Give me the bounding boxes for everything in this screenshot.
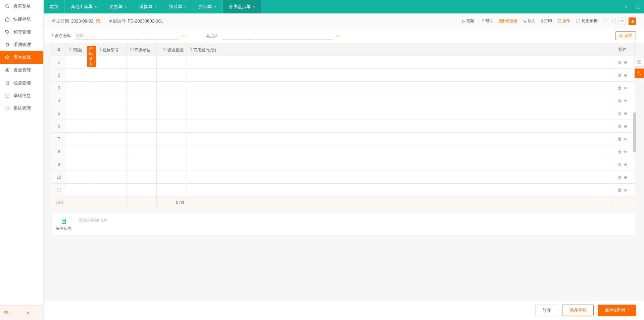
close-icon[interactable]: × [125, 4, 127, 9]
warehouse-input[interactable] [75, 32, 179, 40]
col-qty[interactable]: ▲▼*盘点数量 [157, 43, 187, 56]
card-view-button[interactable] [629, 17, 636, 25]
tab-label: 其他出库单 [71, 4, 93, 10]
sort-icon: ▲▼ [190, 46, 193, 52]
tab-disassemble[interactable]: 拆卸单× [193, 0, 223, 13]
prev-doc-button[interactable]: ‹ [603, 18, 609, 24]
close-icon[interactable]: × [184, 4, 187, 9]
sidebar-item-purchase[interactable]: 采购管理 [0, 38, 43, 51]
add-row-icon[interactable]: ⊕ [624, 175, 627, 180]
calendar-icon[interactable] [96, 19, 100, 24]
video-button[interactable]: ▷视频 [460, 17, 476, 25]
sidebar-item-system[interactable]: 系统管理 [0, 102, 43, 115]
col-avail[interactable]: ▲▼可用量(包装) [187, 43, 609, 56]
table-row[interactable]: 6🗑⊕ [52, 120, 636, 133]
sidebar-item-inventory[interactable]: 库存核算 [0, 51, 43, 64]
sidebar-collapse-icon[interactable] [26, 311, 39, 315]
add-row-icon[interactable]: ⊕ [624, 124, 627, 129]
delete-row-icon[interactable]: 🗑 [618, 98, 622, 103]
add-row-icon[interactable]: ⊕ [624, 137, 627, 141]
close-icon[interactable]: × [154, 4, 157, 9]
add-row-icon[interactable]: ⊕ [624, 86, 627, 90]
table-row[interactable]: 5🗑⊕ [52, 107, 636, 120]
svg-point-11 [7, 108, 8, 109]
tab-transfer[interactable]: 调拨单× [133, 0, 163, 13]
row-index: 11 [52, 184, 66, 196]
sidebar: 搜索菜单 快捷导航 销售管理 采购管理 库存核算 资金管理 经营管理 基础信息 … [0, 0, 44, 320]
add-row-icon[interactable]: ⊕ [624, 162, 627, 167]
table-wrap: ⚙ ▲▼*商品扫码录入 ▲▼规格型号 ▲▼*库存单位 ▲▼*盘点数量 ▲▼可用量… [52, 43, 636, 209]
delete-row-icon[interactable]: 🗑 [618, 137, 622, 141]
more-icon[interactable]: ··· [182, 34, 186, 38]
operate-button[interactable]: ☷操作 [555, 17, 572, 25]
settings-button[interactable]: ⚙设置 [615, 31, 636, 40]
table-row[interactable]: 1🗑⊕ [52, 56, 636, 69]
tab-label: 首页 [50, 4, 58, 10]
tab-label: 组装单 [169, 4, 182, 10]
discard-button[interactable]: 放弃 [535, 305, 558, 316]
table-row[interactable]: 8🗑⊕ [52, 145, 636, 158]
save-new-button[interactable]: 保存&新增˄ [598, 305, 636, 316]
table-row[interactable]: 9🗑⊕ [52, 158, 636, 171]
table-row[interactable]: 10🗑⊕ [52, 171, 636, 184]
shortcut-button[interactable]: ⌨快捷键 [497, 17, 519, 25]
row-index: 7 [52, 133, 66, 145]
col-unit[interactable]: ▲▼*库存单位 [127, 43, 157, 56]
add-row-icon[interactable]: ⊕ [624, 149, 627, 154]
sidebar-item-quicknav[interactable]: 快捷导航 [0, 13, 43, 26]
sidebar-item-finance[interactable]: 资金管理 [0, 64, 43, 77]
delete-row-icon[interactable]: 🗑 [618, 86, 622, 90]
side-widget-expand[interactable] [635, 68, 644, 78]
delete-row-icon[interactable]: 🗑 [618, 111, 622, 116]
list-view-button[interactable] [618, 17, 626, 25]
delete-row-icon[interactable]: 🗑 [618, 188, 622, 192]
more-icon[interactable]: ··· [336, 34, 340, 38]
col-name[interactable]: ▲▼*商品扫码录入 [66, 43, 96, 56]
delete-row-icon[interactable]: 🗑 [618, 60, 622, 65]
tab-request[interactable]: 要货单× [103, 0, 133, 13]
save-draft-button[interactable]: 保存草稿 [562, 305, 594, 316]
history-button[interactable]: 🕘历史单据 [574, 17, 600, 25]
add-row-icon[interactable]: ⊕ [624, 60, 627, 65]
date-value[interactable]: 2023-06-02 [71, 18, 94, 24]
fullscreen-button[interactable] [632, 0, 644, 13]
col-gear[interactable]: ⚙ [52, 43, 66, 56]
person-input[interactable] [222, 32, 333, 40]
delete-row-icon[interactable]: 🗑 [618, 149, 622, 154]
close-all-tabs-button[interactable]: × [620, 0, 632, 13]
tab-assemble[interactable]: 组装单× [163, 0, 193, 13]
print-button[interactable]: ⎙打印 [539, 17, 554, 25]
tab-inventory-count[interactable]: 分量盘点单× [223, 0, 261, 13]
scan-input-button[interactable]: 扫码录入 [87, 46, 96, 67]
add-row-icon[interactable]: ⊕ [624, 98, 627, 103]
col-spec[interactable]: ▲▼规格型号 [96, 43, 127, 56]
sidebar-item-basic[interactable]: 基础信息 [0, 89, 43, 102]
next-doc-button[interactable]: › [610, 18, 616, 24]
import-button[interactable]: ↘导入 [521, 17, 537, 25]
tab-home[interactable]: 首页 [44, 0, 65, 13]
sidebar-item-search[interactable]: 搜索菜单 [0, 0, 43, 13]
sidebar-item-business[interactable]: 经营管理 [0, 77, 43, 89]
close-icon[interactable]: × [214, 4, 216, 9]
add-row-icon[interactable]: ⊕ [624, 188, 627, 192]
close-icon[interactable]: × [95, 4, 97, 9]
add-row-icon[interactable]: ⊕ [624, 73, 627, 78]
delete-row-icon[interactable]: 🗑 [618, 175, 622, 180]
sidebar-item-label: 搜索菜单 [13, 3, 31, 9]
delete-row-icon[interactable]: 🗑 [618, 162, 622, 167]
table-row[interactable]: 2🗑⊕ [52, 69, 636, 82]
add-row-icon[interactable]: ⊕ [624, 111, 627, 116]
close-icon[interactable]: × [253, 4, 255, 9]
table-row[interactable]: 3🗑⊕ [52, 82, 636, 94]
table-row[interactable]: 4🗑⊕ [52, 94, 636, 107]
table-row[interactable]: 11🗑⊕ [52, 184, 636, 196]
remark-input[interactable] [76, 214, 636, 235]
sidebar-settings-icon[interactable] [4, 311, 17, 315]
delete-row-icon[interactable]: 🗑 [618, 73, 622, 78]
delete-row-icon[interactable]: 🗑 [618, 124, 622, 129]
help-button[interactable]: ?帮助 [480, 17, 495, 25]
table-row[interactable]: 7🗑⊕ [52, 133, 636, 145]
sidebar-item-sales[interactable]: 销售管理 [0, 26, 43, 38]
tab-other-outbound[interactable]: 其他出库单× [65, 0, 103, 13]
side-widget-1[interactable] [635, 57, 644, 66]
